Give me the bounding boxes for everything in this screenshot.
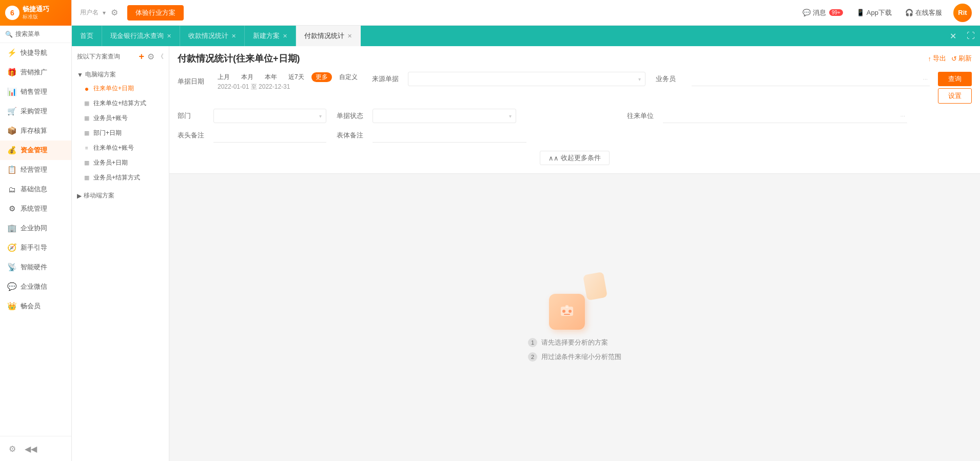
- tab-bank-flow-close[interactable]: ✕: [167, 33, 171, 39]
- dept-select[interactable]: ▾: [213, 109, 326, 123]
- head-note-group: 表头备注: [178, 128, 326, 143]
- search-menu[interactable]: 🔍 搜索菜单: [0, 26, 71, 43]
- pc-scheme-section: ▼ 电脑端方案 ● 往来单位+日期 ▦ 往来单位+结算方式 ▦ 业务员+账号 ▦: [72, 66, 169, 187]
- sidebar-item-system[interactable]: ⚙ 系统管理: [0, 199, 71, 218]
- counterparty-input[interactable]: ···: [663, 109, 907, 123]
- sidebar-item-member[interactable]: 👑 畅会员: [0, 296, 71, 316]
- dept-chevron: ▾: [319, 113, 322, 119]
- tabbar-maximize[interactable]: ⛶: [962, 26, 980, 46]
- sidebar-item-label: 企业协同: [21, 224, 47, 233]
- sidebar-item-sales[interactable]: 📊 销售管理: [0, 82, 71, 102]
- date-tab-custom[interactable]: 自定义: [335, 72, 362, 83]
- scheme-item-salesperson-account[interactable]: ▦ 业务员+账号: [72, 111, 169, 126]
- scheme-item-counterparty-settlement[interactable]: ▦ 往来单位+结算方式: [72, 96, 169, 111]
- hardware-icon: 📡: [7, 263, 16, 272]
- sidebar-item-wechat[interactable]: 💬 企业微信: [0, 277, 71, 296]
- refresh-icon: ↺: [951, 55, 957, 63]
- export-button[interactable]: ↑ 导出: [928, 54, 947, 63]
- scheme-item-salesperson-date[interactable]: ▦ 业务员+日期: [72, 155, 169, 170]
- avatar[interactable]: Rit: [953, 4, 972, 22]
- pc-scheme-title[interactable]: ▼ 电脑端方案: [72, 68, 169, 81]
- scheme-item-salesperson-settlement[interactable]: ▦ 业务员+结算方式: [72, 170, 169, 185]
- scheme-active-icon: ●: [83, 85, 90, 92]
- scheme-panel-actions: + ⚙ 《: [139, 51, 164, 62]
- tab-new-scheme[interactable]: 新建方案 ✕: [245, 26, 296, 46]
- sidebar-item-operation[interactable]: 📋 经营管理: [0, 160, 71, 179]
- scheme-icon: ▦: [83, 115, 90, 122]
- sidebar-item-enterprise[interactable]: 🏢 企业协同: [0, 218, 71, 238]
- tab-receipt-stats-label: 收款情况统计: [188, 31, 228, 41]
- scheme-panel-header: 按以下方案查询 + ⚙ 《: [72, 51, 169, 66]
- tabbar: 首页 现金银行流水查询 ✕ 收款情况统计 ✕ 新建方案 ✕ 付款情况统计 ✕ ✕…: [72, 26, 980, 46]
- dept-filter-group: 部门 ▾: [178, 109, 326, 123]
- tabbar-close-all[interactable]: ✕: [945, 26, 962, 46]
- topbar-gear-icon[interactable]: ⚙: [111, 8, 118, 17]
- date-filter-group: 单据日期 上月 本月 本年 近7天 更多 自定义 2022-01-01 至 20…: [178, 72, 362, 91]
- sidebar-item-purchase[interactable]: 🛒 采购管理: [0, 102, 71, 121]
- empty-illustration: [544, 273, 605, 330]
- refresh-button[interactable]: ↺ 刷新: [951, 54, 972, 63]
- trial-industry-button[interactable]: 体验行业方案: [127, 5, 184, 21]
- date-tab-this-year[interactable]: 本年: [261, 72, 281, 83]
- date-tab-last-month[interactable]: 上月: [213, 72, 234, 83]
- collapse-more-button[interactable]: ∧∧ 收起更多条件: [540, 151, 610, 165]
- settings-button[interactable]: 设置: [938, 88, 972, 104]
- sidebar-item-label: 销售管理: [21, 87, 47, 96]
- tab-receipt-stats[interactable]: 收款情况统计 ✕: [180, 26, 245, 46]
- sidebar-header: 6 畅捷通巧 标准版: [0, 0, 71, 26]
- scheme-collapse-btn[interactable]: 《: [158, 52, 164, 61]
- app-download-action[interactable]: 📱 App下载: [856, 8, 892, 17]
- date-tab-7days[interactable]: 近7天: [284, 72, 308, 83]
- sidebar-item-basic[interactable]: 🗂 基础信息: [0, 179, 71, 199]
- date-tab-more[interactable]: 更多: [311, 72, 332, 82]
- scheme-item-counterparty-date[interactable]: ● 往来单位+日期: [72, 81, 169, 96]
- scheme-item-label: 部门+日期: [93, 129, 122, 137]
- body-note-input[interactable]: [373, 128, 526, 143]
- tab-payment-stats[interactable]: 付款情况统计 ✕: [296, 26, 361, 46]
- head-note-input[interactable]: [213, 128, 326, 143]
- footer-collapse-btn[interactable]: ◀◀: [24, 442, 38, 456]
- user-dropdown-icon[interactable]: ▾: [103, 9, 106, 16]
- scheme-settings-btn[interactable]: ⚙: [147, 52, 154, 62]
- footer-settings-btn[interactable]: ⚙: [5, 442, 19, 456]
- enterprise-icon: 🏢: [7, 224, 16, 233]
- tab-new-scheme-close[interactable]: ✕: [283, 33, 287, 39]
- scheme-item-label: 业务员+日期: [93, 158, 128, 167]
- sidebar-item-hardware[interactable]: 📡 智能硬件: [0, 257, 71, 277]
- tab-home[interactable]: 首页: [72, 26, 102, 46]
- sidebar-item-label: 经营管理: [21, 165, 47, 174]
- scheme-item-label: 业务员+账号: [93, 114, 128, 123]
- marketing-icon: 🎁: [7, 68, 16, 77]
- sidebar-item-label: 采购管理: [21, 107, 47, 116]
- scheme-icon: ▦: [83, 174, 90, 182]
- sidebar-item-marketing[interactable]: 🎁 营销推广: [0, 63, 71, 82]
- messages-action[interactable]: 💬 消息 99+: [802, 8, 843, 17]
- sidebar-item-finance[interactable]: 💰 资金管理: [0, 141, 71, 160]
- query-button[interactable]: 查询: [938, 72, 972, 86]
- robot-body: [549, 294, 585, 330]
- date-tab-this-month[interactable]: 本月: [237, 72, 258, 83]
- salesperson-dots: ···: [923, 76, 930, 82]
- salesperson-input[interactable]: ···: [692, 72, 930, 86]
- voucher-status-select[interactable]: ▾: [373, 109, 516, 123]
- page-title-row: 付款情况统计(往来单位+日期) ↑ 导出 ↺ 刷新: [178, 52, 972, 65]
- source-select[interactable]: ▾: [408, 72, 646, 86]
- search-label: 搜索菜单: [15, 30, 40, 38]
- service-icon: 🎧: [905, 9, 913, 16]
- sidebar-item-quick-nav[interactable]: ⚡ 快捷导航: [0, 43, 71, 63]
- add-scheme-btn[interactable]: +: [139, 51, 144, 62]
- scheme-item-dept-date[interactable]: ▦ 部门+日期: [72, 126, 169, 141]
- tab-bank-flow[interactable]: 现金银行流水查询 ✕: [102, 26, 180, 46]
- filter-more-row: ∧∧ 收起更多条件: [178, 147, 972, 169]
- scheme-item-counterparty-account[interactable]: ≡ 往来单位+账号: [72, 141, 169, 155]
- scheme-panel-title: 按以下方案查询: [77, 52, 120, 61]
- sidebar-item-label: 营销推广: [21, 68, 47, 77]
- date-selector: 上月 本月 本年 近7天 更多 自定义 2022-01-01 至 2022-12…: [213, 72, 362, 91]
- scheme-item-label: 往来单位+账号: [93, 144, 134, 152]
- mobile-scheme-title[interactable]: ▶ 移动端方案: [72, 189, 169, 202]
- tab-receipt-stats-close[interactable]: ✕: [231, 33, 236, 39]
- tab-payment-stats-close[interactable]: ✕: [347, 33, 352, 39]
- sidebar-item-guide[interactable]: 🧭 新手引导: [0, 238, 71, 257]
- online-service-action[interactable]: 🎧 在线客服: [905, 8, 942, 17]
- sidebar-item-inventory[interactable]: 📦 库存核算: [0, 121, 71, 141]
